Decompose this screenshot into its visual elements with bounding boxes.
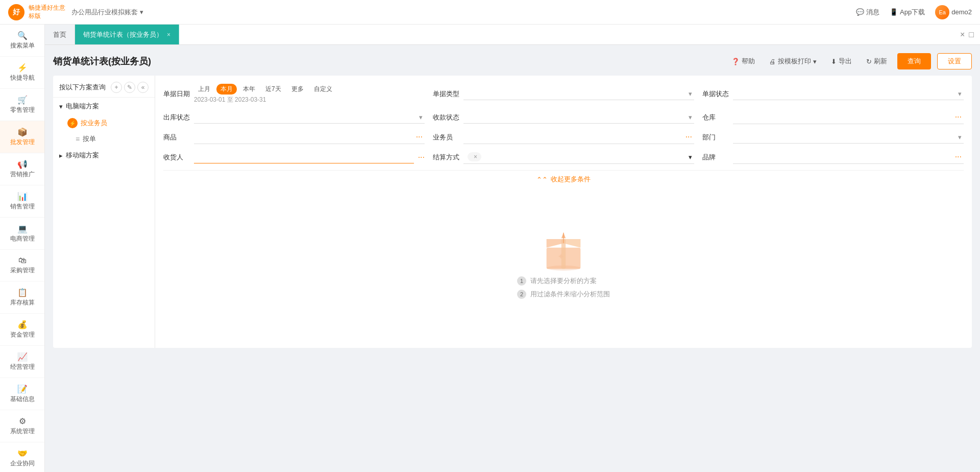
marketing-icon: 📢 (4, 159, 40, 169)
edit-scheme-button[interactable]: ✎ (124, 82, 135, 93)
filter-settlement-row: 结算方式 × ▾ (433, 150, 694, 164)
sidebar-item-operations[interactable]: 📈 经营管理 (0, 346, 44, 378)
tab-maximize-icon[interactable]: □ (969, 30, 974, 39)
docstatus-select[interactable]: ▾ (733, 88, 964, 100)
filter-receiptstatus-row: 收款状态 ▾ (433, 110, 694, 124)
tip2-num: 2 (517, 290, 526, 299)
sidebar-item-wholesale[interactable]: 📦 批发管理 (0, 121, 44, 153)
tab-bar-actions: × □ (954, 25, 980, 44)
salesperson-label: 业务员 (433, 133, 459, 142)
wholesale-icon: 📦 (4, 127, 40, 137)
sidebar-item-purchase[interactable]: 🛍 采购管理 (0, 250, 44, 281)
tab-home[interactable]: 首页 (45, 25, 75, 44)
logo-icon: 好 (8, 4, 24, 20)
ecommerce-icon: 💻 (4, 224, 40, 233)
print-button[interactable]: 🖨 按模板打印 ▾ (765, 55, 821, 68)
breadcrumb[interactable]: 办公用品行业模拟账套 ▾ (71, 8, 143, 17)
app-download-button[interactable]: 📱 App下载 (890, 8, 925, 17)
svg-text:✦: ✦ (557, 252, 565, 262)
empty-tip-2: 2 用过滤条件来缩小分析范围 (517, 290, 610, 299)
filter-data-panel: 单据日期 上月 本月 本年 近7天 更多 自定义 20 (155, 76, 972, 348)
receiver-dots-icon: ··· (418, 153, 425, 162)
filter-warehouse-row: 仓库 ··· (702, 110, 964, 124)
receiptstatus-select[interactable]: ▾ (463, 111, 694, 124)
sidebar-item-retail[interactable]: 🛒 零售管理 (0, 89, 44, 121)
refresh-button[interactable]: ↻ 刷新 (862, 55, 891, 68)
filter-salesperson-row: 业务员 ··· (433, 130, 694, 144)
tip2-text: 用过滤条件来缩小分析范围 (530, 290, 610, 299)
tab-minimize-icon[interactable]: × (960, 30, 965, 39)
scheme-item-salesperson[interactable]: ⚡ 按业务员 (53, 115, 155, 131)
collapse-bar[interactable]: ⌃⌃ 收起更多条件 (163, 170, 964, 188)
outstatus-select[interactable]: ▾ (194, 111, 425, 124)
export-button[interactable]: ⬇ 导出 (827, 55, 856, 68)
sidebar-item-corp-collab[interactable]: 🤝 企业协同 (0, 442, 44, 472)
warehouse-dots-icon: ··· (955, 112, 962, 122)
system-icon: ⚙ (4, 416, 40, 426)
content-area: 首页 销货单统计表（按业务员） × × □ 销货单统计表(按业务员) ❓ 帮助 (45, 25, 980, 472)
collapse-label: 收起更多条件 (551, 175, 591, 184)
doctype-select[interactable]: ▾ (463, 88, 694, 100)
filter-grid-row2: 出库状态 ▾ 收款状态 ▾ (163, 110, 964, 124)
filter-grid-row1: 单据日期 上月 本月 本年 近7天 更多 自定义 20 (163, 84, 964, 104)
brand-select[interactable]: ··· (733, 150, 964, 164)
purchase-icon: 🛍 (4, 256, 40, 265)
collapse-scheme-button[interactable]: « (137, 82, 149, 93)
date-7days-btn[interactable]: 近7天 (261, 84, 285, 95)
filter-docstatus-row: 单据状态 ▾ (702, 84, 964, 104)
warehouse-select[interactable]: ··· (733, 110, 964, 124)
app-icon: 📱 (890, 8, 898, 16)
scheme-panel: 按以下方案查询 + ✎ « ▾ 电脑端方案 ⚡ 按业务员 (53, 76, 155, 348)
order-scheme-icon: ≡ (76, 135, 80, 143)
doctype-chevron-icon: ▾ (689, 90, 692, 98)
scheme-category-pc[interactable]: ▾ 电脑端方案 (53, 98, 155, 115)
main-layout: 🔍 搜索菜单 ⚡ 快捷导航 🛒 零售管理 📦 批发管理 📢 营销推广 📊 销售管… (0, 25, 980, 472)
receiver-input[interactable] (194, 151, 414, 163)
user-menu-button[interactable]: Ea demo2 (935, 5, 972, 19)
sidebar-item-search[interactable]: 🔍 搜索菜单 (0, 25, 44, 57)
sidebar-item-base-info[interactable]: 📝 基础信息 (0, 378, 44, 410)
settlement-clear-icon[interactable]: × (474, 153, 477, 160)
main-panel: 按以下方案查询 + ✎ « ▾ 电脑端方案 ⚡ 按业务员 (53, 76, 972, 348)
date-cur-month-btn[interactable]: 本月 (216, 84, 237, 95)
sidebar-item-ecommerce[interactable]: 💻 电商管理 (0, 218, 44, 250)
sidebar-item-system[interactable]: ⚙ 系统管理 (0, 410, 44, 442)
help-button[interactable]: ❓ 帮助 (727, 55, 759, 68)
svg-marker-3 (564, 239, 580, 248)
dept-select[interactable]: ▾ (733, 131, 964, 144)
sidebar: 🔍 搜索菜单 ⚡ 快捷导航 🛒 零售管理 📦 批发管理 📢 营销推广 📊 销售管… (0, 25, 45, 472)
date-prev-month-btn[interactable]: 上月 (194, 84, 214, 95)
corp-collab-icon: 🤝 (4, 449, 40, 458)
goods-select[interactable]: ··· (194, 130, 425, 144)
salesperson-select[interactable]: ··· (463, 130, 694, 144)
query-button[interactable]: 查询 (897, 53, 931, 69)
settings-button[interactable]: 设置 (937, 53, 972, 69)
goods-label: 商品 (163, 133, 190, 142)
sidebar-item-marketing[interactable]: 📢 营销推广 (0, 153, 44, 185)
date-cur-year-btn[interactable]: 本年 (239, 84, 259, 95)
breadcrumb-chevron-icon: ▾ (140, 8, 143, 16)
message-button[interactable]: 💬 消息 (856, 8, 879, 17)
logo-text: 畅捷通好生意 标版 (29, 4, 65, 20)
print-chevron-icon: ▾ (813, 58, 817, 65)
dept-label: 部门 (702, 133, 729, 142)
tab-active[interactable]: 销货单统计表（按业务员） × (75, 25, 179, 44)
settlement-select[interactable]: × ▾ (463, 150, 694, 164)
date-range-display: 2023-03-01 至 2023-03-31 (194, 96, 425, 104)
date-custom-btn[interactable]: 自定义 (310, 84, 336, 95)
date-more-btn[interactable]: 更多 (287, 84, 308, 95)
date-label: 单据日期 (163, 89, 190, 99)
sidebar-item-sales[interactable]: 📊 销售管理 (0, 185, 44, 218)
empty-illustration: ✦ (538, 229, 589, 276)
scheme-sub-item-order[interactable]: ≡ 按单 (53, 131, 155, 147)
page-actions: ❓ 帮助 🖨 按模板打印 ▾ ⬇ 导出 ↻ 刷新 (727, 53, 972, 69)
outstatus-label: 出库状态 (163, 113, 190, 122)
add-scheme-button[interactable]: + (111, 82, 122, 93)
tab-close-icon[interactable]: × (167, 31, 170, 38)
goods-dots-icon: ··· (416, 132, 423, 141)
receiptstatus-label: 收款状态 (433, 113, 459, 122)
scheme-mobile-section[interactable]: ▸ 移动端方案 (53, 147, 155, 164)
sidebar-item-finance[interactable]: 💰 资金管理 (0, 314, 44, 346)
sidebar-item-quick-nav[interactable]: ⚡ 快捷导航 (0, 57, 44, 89)
sidebar-item-inventory[interactable]: 📋 库存核算 (0, 281, 44, 314)
